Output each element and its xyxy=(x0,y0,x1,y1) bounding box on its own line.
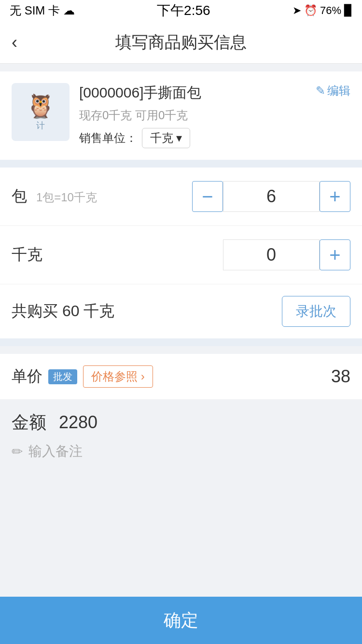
package-input-section: 包 1包=10千克 − + 千克 + xyxy=(0,168,362,284)
package-minus-button[interactable]: − xyxy=(192,181,223,212)
edit-icon: ✎ xyxy=(316,84,325,98)
package-plus-button[interactable]: + xyxy=(320,181,350,212)
note-icon: ✏ xyxy=(12,444,23,460)
product-info: [0000006]手撕面包 现存0千克 可用0千克 销售单位： 千克 ▾ xyxy=(79,83,350,148)
batch-button[interactable]: 录批次 xyxy=(282,296,350,327)
confirm-button[interactable]: 确定 xyxy=(0,597,362,644)
page-title: 填写商品购买信息 xyxy=(115,31,247,54)
kg-input-row: 千克 + xyxy=(0,226,362,284)
status-bar: 无 SIM 卡 ☁ 下午2:56 ➤ ⏰ 76% ▉ xyxy=(0,0,362,21)
batch-tag: 批发 xyxy=(48,369,77,384)
unit-value: 千克 xyxy=(150,130,173,146)
edit-label: 编辑 xyxy=(327,83,350,98)
divider-2 xyxy=(0,338,362,346)
amount-row: 金额 2280 xyxy=(12,411,350,434)
price-text: 单价 xyxy=(12,366,42,387)
location-icon: ➤ xyxy=(292,4,301,17)
amount-value: 2280 xyxy=(59,412,97,432)
price-row: 单价 批发 价格参照 › 38 xyxy=(12,365,350,388)
package-hint: 1包=10千克 xyxy=(36,191,97,204)
package-label: 包 1包=10千克 xyxy=(12,186,192,207)
back-button[interactable]: ‹ xyxy=(12,32,17,53)
price-ref-button[interactable]: 价格参照 › xyxy=(83,365,153,388)
status-time: 下午2:56 xyxy=(157,1,210,20)
alarm-icon: ⏰ xyxy=(304,4,317,17)
kg-quantity-input[interactable] xyxy=(223,239,320,270)
product-unit-row: 销售单位： 千克 ▾ xyxy=(79,128,350,148)
product-name: [0000006]手撕面包 xyxy=(79,83,350,103)
note-placeholder: 输入备注 xyxy=(28,442,83,461)
product-image: 🦉 计 xyxy=(12,83,70,141)
sim-label: 无 SIM 卡 ☁ xyxy=(10,3,75,18)
package-quantity-input[interactable] xyxy=(223,181,320,212)
nav-bar: ‹ 填写商品购买信息 xyxy=(0,21,362,64)
package-quantity-control: − + xyxy=(192,181,350,212)
kg-label: 千克 xyxy=(12,244,223,266)
price-section: 单价 批发 价格参照 › 38 xyxy=(0,354,362,399)
chevron-down-icon: ▾ xyxy=(176,131,182,145)
note-row[interactable]: ✏ 输入备注 xyxy=(12,442,350,461)
unit-selector[interactable]: 千克 ▾ xyxy=(142,128,190,148)
divider-1 xyxy=(0,160,362,168)
status-left: 无 SIM 卡 ☁ xyxy=(10,3,75,18)
total-row: 共购买 60 千克 录批次 xyxy=(0,284,362,338)
battery-icon: ▉ xyxy=(344,4,352,17)
product-logo: 🦉 xyxy=(26,93,55,120)
edit-button[interactable]: ✎ 编辑 xyxy=(316,83,350,98)
product-logo-sub: 计 xyxy=(26,120,55,131)
amount-label: 金额 xyxy=(12,412,46,432)
amount-section: 金额 2280 ✏ 输入备注 xyxy=(0,399,362,472)
price-label: 单价 批发 价格参照 › xyxy=(12,365,153,388)
kg-plus-button[interactable]: + xyxy=(320,239,350,270)
status-right: ➤ ⏰ 76% ▉ xyxy=(292,4,352,17)
package-input-row: 包 1包=10千克 − + xyxy=(0,168,362,226)
battery-label: 76% xyxy=(320,4,341,17)
unit-label: 销售单位： xyxy=(79,130,137,146)
product-card: 🦉 计 [0000006]手撕面包 现存0千克 可用0千克 销售单位： 千克 ▾… xyxy=(0,71,362,160)
price-value: 38 xyxy=(331,366,350,387)
total-text: 共购买 60 千克 xyxy=(12,301,114,322)
kg-quantity-control: + xyxy=(223,239,350,270)
product-stock: 现存0千克 可用0千克 xyxy=(79,108,350,123)
